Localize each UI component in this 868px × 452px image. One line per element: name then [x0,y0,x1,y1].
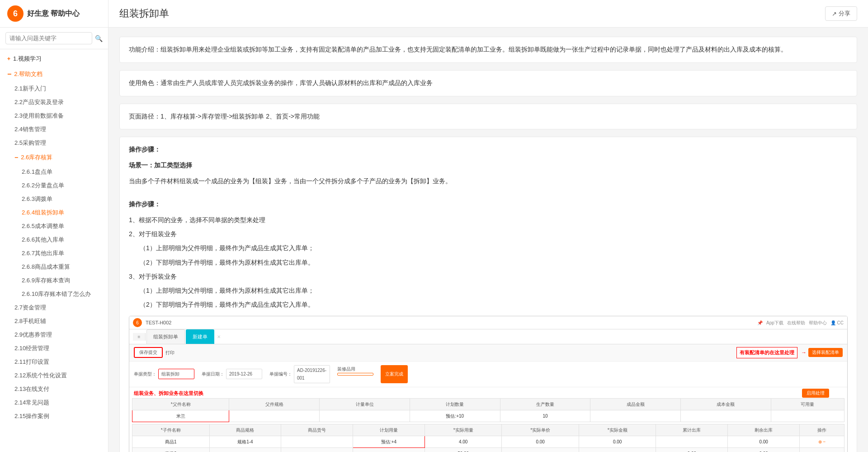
type-selector-row: 组装业务、拆卸业务在这里切换 启用处理 [129,387,847,399]
mock-tab-close: ✕ [217,333,221,341]
mock-input-type[interactable]: 组装拆卸 [158,369,194,379]
main-header: 组装拆卸单 ↗ 分享 [108,0,868,28]
nav-sub-item-2-1[interactable]: 2.1新手入门 [0,82,108,95]
col-child-name: *子件名称 [132,424,210,436]
mock-nav-icon: ≡ [133,333,146,341]
scenario-desc: 当由多个子件材料组装成一个成品的业务为【组装】业务，当由一个父件拆分成多个子产品… [129,176,848,187]
mock-tab-bar: ≡ 组装拆卸单 新建单 ✕ [129,329,847,344]
cell-lower-op-2: ⊕ − [800,448,844,452]
cell-lower-actual-1: 4.00 [425,436,502,448]
path-text: 页面路径：1、库存核算->库存管理->组装拆卸单 2、首页->常用功能 [129,111,848,122]
nav-label-help: 2.帮助文档 [14,70,42,78]
collapse-icon: − [7,71,11,78]
nav-sub-item-2-7[interactable]: 2.7资金管理 [0,301,108,314]
op-delete-1[interactable]: − [823,439,826,444]
cell-lower-remain-2: 0.00 [728,448,800,452]
nav-group-video: + 1.视频学习 [0,51,108,67]
table-row-lower-1: 商品1 规格1-4 预估:+4 4.00 0.00 0.00 0.00 [132,436,844,448]
nav-sub-item-2-6-9[interactable]: 2.6.9库存账本查询 [7,274,108,287]
steps-card: 操作步骤： 场景一：加工类型选择 当由多个子件材料组装成一个成品的业务为【组装】… [119,137,857,452]
cell-lower-no-2 [281,448,353,452]
cell-lower-price-2 [502,448,579,452]
nav-item-video-learning[interactable]: + 1.视频学习 [0,51,108,67]
cell-lower-issued-1 [656,436,728,448]
search-input[interactable] [5,32,92,44]
nav-sub-item-2-8[interactable]: 2.8手机旺辅 [0,314,108,328]
nav-sub-item-2-6-10[interactable]: 2.6.10库存账本错了怎么办 [7,287,108,301]
mock-btn-save[interactable]: 保存提交 [134,347,163,358]
path-body: 1、库存核算->库存管理->组装拆卸单 2、首页->常用功能 [160,113,320,120]
nav-sub-item-2-15[interactable]: 2.15操作案例 [0,409,108,423]
col-parent-available: 可用量 [771,399,844,410]
nav-sub-item-2-5[interactable]: 2.5采购管理 [0,136,108,150]
share-button[interactable]: ↗ 分享 [825,6,857,21]
col-parent-cost: 成本金额 [681,399,771,410]
mock-btn-select-list[interactable]: 选择装配清单 [808,348,843,357]
nav-sub-item-2-10[interactable]: 2.10经营管理 [0,342,108,355]
step-1: 1、根据不同的业务，选择不同单据的类型来处理 [129,214,848,226]
mock-process-btn[interactable]: 启用处理 [802,389,829,398]
share-label: 分享 [839,10,850,18]
path-card: 页面路径：1、库存核算->库存管理->组装拆卸单 2、首页->常用功能 [119,104,857,130]
role-card: 使用角色：通常由生产人员或库管人员完成拆装业务的操作，库管人员确认原材料的出库和… [119,70,857,96]
label-order-no: 单据编号： [269,370,292,378]
cell-lower-spec-2 [209,448,281,452]
nav-label-video: 1.视频学习 [13,55,42,63]
annotation-top: 有装配清单的在这里处理 [736,347,797,358]
nav-sub-item-2-3[interactable]: 2.3使用前数据准备 [0,109,108,123]
nav-label-2-6: 2.6库存核算 [21,153,52,162]
confirm-label: 装修品用 [337,366,355,371]
scenario-title: 场景一：加工类型选择 [129,160,848,171]
steps-title: 操作步骤： [129,144,848,155]
mock-logo: 6 [133,318,142,327]
mock-toolbar: 保存提交 打印 有装配清单的在这里处理 → 选择装配清单 [129,344,847,362]
nav-sub-item-2-6-1[interactable]: 2.6.1盘点单 [7,165,108,179]
nav-sub-item-2-11[interactable]: 2.11打印设置 [0,355,108,369]
intro-card: 功能介绍：组装拆卸单用来处理企业组装或拆卸等加工业务，支持有固定装配清单的产品加… [119,37,857,63]
mock-confirm-btn[interactable]: 立案完成 [381,365,408,383]
cell-lower-plan-1: 预估:+4 [353,436,425,448]
nav-sub-item-2-6-4[interactable]: 2.6.4组装拆卸单 [7,206,108,219]
nav-item-help-docs[interactable]: − 2.帮助文档 [0,67,108,82]
nav-sub-item-2-13[interactable]: 2.13在线支付 [0,382,108,396]
nav-sub-item-2-6-5[interactable]: 2.6.5成本调整单 [7,219,108,233]
screenshot-area: 6 TEST-H002 📌 App下载 在线帮助 帮助中心 👤 CC ≡ [129,316,848,452]
nav-sub-item-2-9[interactable]: 2.9优惠券管理 [0,328,108,342]
nav-sub-item-2-4[interactable]: 2.4销售管理 [0,123,108,136]
nav-sub-item-2-12[interactable]: 2.12系统个性化设置 [0,369,108,382]
step-3: 3、对于拆装业务 [129,271,848,282]
col-child-amt: *实际金额 [579,424,656,436]
step-2-sub-1: （1）上部明细为父件明细，最终作为产成品生成其它入库单； [140,243,848,254]
mock-upper-table: *父件名称 父件规格 计量单位 计划数量 生产数量 成品金额 成本金额 可用量 [132,398,844,422]
nav-sub-item-2-2[interactable]: 2.2产品安装及登录 [0,95,108,109]
cell-lower-actual-2: 50.00 [425,448,502,452]
mock-confirm-input[interactable] [337,373,373,376]
mock-app-bar: 6 TEST-H002 📌 App下载 在线帮助 帮助中心 👤 CC [129,316,847,329]
op-icon-1[interactable]: ⊕ [818,439,822,444]
mock-input-date[interactable]: 2019-12-26 [226,369,262,379]
mock-screenshot: 6 TEST-H002 📌 App下载 在线帮助 帮助中心 👤 CC ≡ [129,316,847,452]
annotation-type: 组装业务、拆卸业务在这里切换 [134,389,203,398]
nav-sub-item-2-6-3[interactable]: 2.6.3调拨单 [7,192,108,206]
nav-sub-item-2-6-7[interactable]: 2.6.7其他出库单 [7,247,108,260]
cell-lower-amt-1: 0.00 [579,436,656,448]
search-button[interactable]: 🔍 [95,35,103,42]
cell-lower-name-1: 商品1 [132,436,210,448]
nav-sub-item-2-6-8[interactable]: 2.6.8商品成本重算 [7,260,108,274]
mock-input-order-no[interactable]: AD-20191226-001 [294,365,330,383]
cell-lower-issued-2: 0.00 [656,448,728,452]
step-3-sub-1: （1）上部明细为父件明细，最终作为原材料生成其它出库单； [140,285,848,296]
nav-sub-item-2-6-2[interactable]: 2.6.2分量盘点单 [7,179,108,192]
step-3-sub-2: （2）下部明细为子件明细，最终作为产成品生成其它入库单。 [140,299,848,310]
sidebar-header: 6 好生意 帮助中心 [0,0,108,28]
nav-sub-item-2-14[interactable]: 2.14常见问题 [0,396,108,409]
nav-item-2-6[interactable]: − 2.6库存核算 [0,150,108,165]
cell-parent-product-amt-1 [590,410,681,422]
nav-sub-item-2-6-6[interactable]: 2.6.6其他入库单 [7,233,108,247]
col-child-op: 操作 [800,424,844,436]
label-date: 单据日期： [202,370,224,378]
cell-parent-plan-1: 预估:+10 [410,410,500,422]
sidebar: 6 好生意 帮助中心 🔍 + 1.视频学习 − 2.帮助文档 2.1新手入门 2… [0,0,108,452]
icon-flag: 📌 [757,319,763,327]
icon-help: 在线帮助 [787,319,805,327]
